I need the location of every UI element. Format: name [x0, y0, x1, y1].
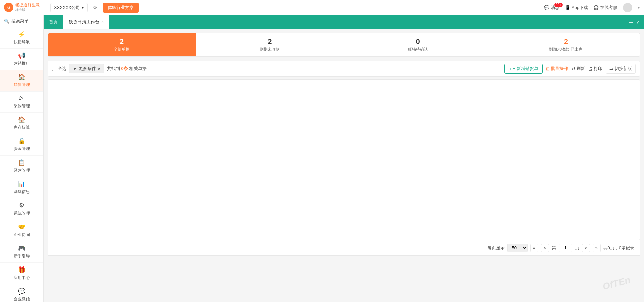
sidebar-item-label: 企业协同	[14, 232, 30, 238]
quick-nav-icon: ⚡	[18, 31, 25, 38]
nav-tab-actions: — ⤢	[629, 19, 644, 25]
toolbar-left: 全选 ▼ 更多条件 ∨ 共找到 0条 相关单据	[52, 64, 500, 73]
sidebar-item-label: 资金管理	[14, 146, 30, 152]
page-first-button[interactable]: «	[530, 244, 538, 252]
sidebar-item-label: 采购管理	[14, 103, 30, 109]
experience-button[interactable]: 体验行业方案	[103, 3, 139, 13]
stat-card-overdue[interactable]: 2 到期未收款	[196, 33, 344, 56]
sidebar-item-cooperation[interactable]: 🤝 企业协同	[0, 220, 43, 241]
sidebar-item-label: 新手引导	[14, 253, 30, 259]
header-right: 💬 消息 99+ 📱 App下载 🎧 在线客服 ▾	[544, 3, 640, 12]
sidebar-item-guide[interactable]: 🎮 新手引导	[0, 241, 43, 263]
sidebar-item-app-center[interactable]: 🎁 应用中心	[0, 263, 43, 284]
sidebar-item-wechat[interactable]: 💬 企业微信	[0, 284, 43, 302]
sidebar: 🔍 搜索菜单 ⚡ 快捷导航 📢 营销推广 🏠 销售管理 🛍 采购管理 🏠 库存核…	[0, 0, 44, 302]
message-button[interactable]: 💬 消息 99+	[544, 5, 559, 11]
select-all-input[interactable]	[52, 67, 56, 71]
stat-card-overdue-shipped[interactable]: 2 到期未收款 已出库	[492, 33, 640, 56]
stat-num-all: 2	[53, 37, 190, 46]
sidebar-item-inventory[interactable]: 🏠 库存核算	[0, 113, 43, 134]
refresh-button[interactable]: ↺ 刷新	[572, 66, 585, 72]
filter-chevron: ∨	[97, 66, 101, 71]
sidebar-item-base-info[interactable]: 📊 基础信息	[0, 177, 43, 198]
stat-label-wangpu: 旺铺待确认	[350, 47, 486, 52]
switch-icon: ⇄	[609, 66, 613, 71]
per-page-label: 每页显示	[487, 245, 505, 251]
page-prev-button[interactable]: <	[541, 244, 549, 252]
app-download-button[interactable]: 📱 App下载	[565, 5, 588, 11]
minimize-icon[interactable]: —	[629, 19, 633, 25]
wechat-icon: 💬	[18, 288, 25, 295]
online-service-label: 在线客服	[600, 5, 618, 11]
stats-row: 2 全部单据 2 到期未收款 0 旺铺待确认 2 到期未收款 已出库	[48, 33, 640, 57]
page-suffix: 页	[575, 245, 579, 251]
page-label: 第	[552, 245, 556, 251]
user-name[interactable]: ▾	[638, 5, 640, 10]
select-all-checkbox[interactable]: 全选	[52, 66, 66, 72]
tab-qhrc[interactable]: 钱货日清工作台 ×	[63, 15, 109, 29]
sidebar-item-operations[interactable]: 📋 经营管理	[0, 156, 43, 177]
settings-icon: ⚙	[93, 4, 97, 11]
sidebar-item-finance[interactable]: 🔒 资金管理	[0, 134, 43, 156]
main-content: 2 全部单据 2 到期未收款 0 旺铺待确认 2 到期未收款 已出库 全选 ▼ …	[44, 29, 644, 302]
stat-label-overdue-shipped: 到期未收款 已出库	[497, 47, 634, 52]
add-icon: +	[509, 66, 512, 71]
download-icon: 📱	[565, 5, 570, 10]
refresh-icon: ↺	[572, 66, 575, 71]
total-label: 共0页，0条记录	[603, 245, 634, 251]
toolbar: 全选 ▼ 更多条件 ∨ 共找到 0条 相关单据 + + 新增销货单 ⊞ 批量操作	[48, 61, 640, 77]
add-sales-order-button[interactable]: + + 新增销货单	[504, 64, 543, 74]
page-next-button[interactable]: >	[582, 244, 590, 252]
inventory-icon: 🏠	[18, 116, 25, 123]
filter-label: 更多条件	[78, 66, 96, 72]
stat-card-wangpu[interactable]: 0 旺铺待确认	[344, 33, 492, 56]
sidebar-item-label: 库存核算	[14, 125, 30, 130]
print-icon: 🖨	[588, 66, 593, 71]
sidebar-item-label: 经营管理	[14, 168, 30, 173]
per-page-select[interactable]: 50 100 200	[507, 244, 528, 252]
sales-icon: 🏠	[18, 73, 25, 81]
user-avatar[interactable]	[623, 3, 632, 12]
toolbar-right: + + 新增销货单 ⊞ 批量操作 ↺ 刷新 🖨 打印 ⇄ 切换新版	[504, 64, 636, 74]
app-download-label: App下载	[572, 5, 588, 11]
more-filter-button[interactable]: ▼ 更多条件 ∨	[69, 64, 104, 73]
online-service-button[interactable]: 🎧 在线客服	[593, 5, 618, 11]
filter-icon: ▼	[73, 66, 77, 71]
stat-label-overdue: 到期未收款	[201, 47, 338, 52]
sidebar-item-label: 销售管理	[14, 82, 30, 88]
sidebar-item-quick-nav[interactable]: ⚡ 快捷导航	[0, 27, 43, 49]
logo-area: 6 畅捷通好生意 标准版	[4, 3, 48, 12]
dropdown-icon: ▾	[82, 5, 84, 10]
stat-num-wangpu: 0	[350, 37, 486, 46]
found-num: 0条	[121, 66, 128, 71]
select-all-label: 全选	[58, 66, 66, 72]
company-selector[interactable]: XXXXXX公司 ▾	[50, 3, 88, 12]
page-last-button[interactable]: »	[593, 244, 601, 252]
tab-qhrc-label: 钱货日清工作台	[69, 19, 99, 25]
stat-card-all[interactable]: 2 全部单据	[48, 33, 196, 56]
operations-icon: 📋	[18, 159, 25, 166]
sidebar-search[interactable]: 🔍 搜索菜单	[0, 15, 43, 27]
found-text: 共找到 0条 相关单据	[107, 66, 147, 72]
switch-version-button[interactable]: ⇄ 切换新版	[606, 64, 636, 74]
message-badge: 99+	[554, 3, 563, 7]
print-button[interactable]: 🖨 打印	[588, 66, 602, 72]
sidebar-item-purchase[interactable]: 🛍 采购管理	[0, 92, 43, 113]
search-label: 搜索菜单	[11, 18, 29, 24]
top-header: 6 畅捷通好生意 标准版 XXXXXX公司 ▾ ⚙ 体验行业方案 💬 消息 99…	[0, 0, 644, 15]
marketing-icon: 📢	[18, 52, 25, 59]
maximize-icon[interactable]: ⤢	[636, 19, 640, 25]
settings-button[interactable]: ⚙	[90, 3, 100, 12]
sidebar-item-label: 快捷导航	[14, 39, 30, 45]
stat-num-overdue: 2	[201, 37, 338, 46]
pagination: 每页显示 50 100 200 « < 第 页 > » 共0页，0条记录	[48, 240, 640, 256]
page-number-input[interactable]	[559, 244, 572, 252]
sidebar-item-system[interactable]: ⚙ 系统管理	[0, 198, 43, 220]
batch-operation-button[interactable]: ⊞ 批量操作	[546, 66, 568, 72]
sidebar-item-sales[interactable]: 🏠 销售管理	[0, 70, 43, 92]
sidebar-item-label: 基础信息	[14, 189, 30, 195]
stat-num-overdue-shipped: 2	[497, 37, 634, 46]
tab-home[interactable]: 首页	[44, 15, 63, 29]
sidebar-item-marketing[interactable]: 📢 营销推广	[0, 49, 43, 70]
tab-close-icon[interactable]: ×	[101, 20, 104, 24]
